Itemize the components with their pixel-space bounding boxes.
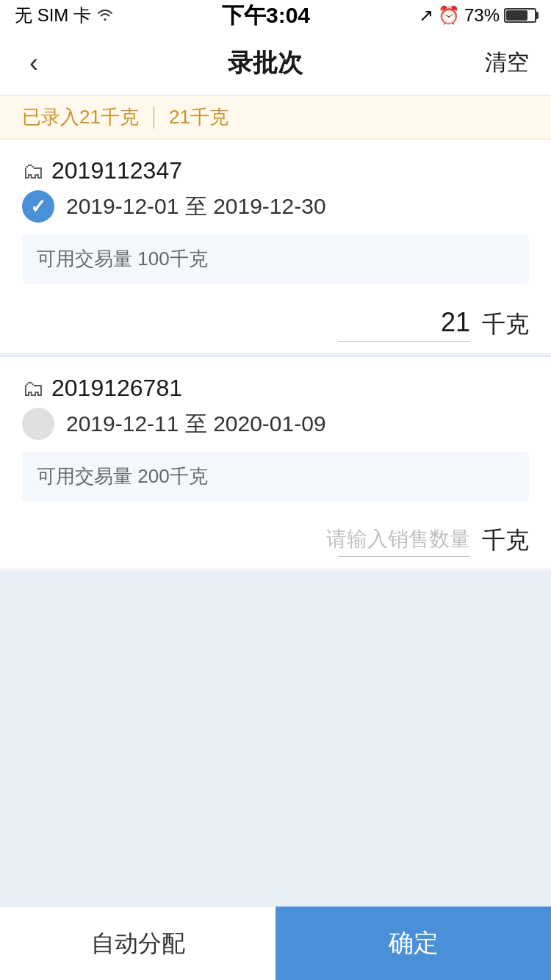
back-button[interactable]: ‹: [22, 40, 46, 86]
batch2-date-row[interactable]: 2019-12-11 至 2020-01-09: [0, 408, 551, 452]
batch2-header: 🗂 2019126781: [0, 357, 551, 408]
wifi-icon: [97, 10, 113, 21]
battery-percent: 73%: [464, 5, 500, 26]
batch1-unit: 千克: [482, 309, 529, 341]
nav-bar: ‹ 录批次 清空: [0, 31, 551, 96]
batch2-date: 2019-12-11 至 2020-01-09: [66, 409, 326, 439]
batch1-available: 可用交易量 100千克: [22, 234, 529, 284]
batch2-placeholder[interactable]: 请输入销售数量: [326, 525, 470, 553]
banner-divider: [154, 107, 154, 129]
empty-area: [0, 571, 551, 951]
batch2-input-row: 请输入销售数量 千克: [0, 513, 551, 569]
recorded-amount: 已录入21千克: [22, 104, 139, 130]
batch1-id: 2019112347: [51, 157, 182, 184]
batch2-radio[interactable]: [22, 408, 54, 440]
batch2-qty-area[interactable]: 请输入销售数量: [326, 525, 470, 557]
batch2-unit: 千克: [482, 525, 529, 557]
batch1-input-row: 21 千克: [0, 295, 551, 354]
batch1-header: 🗂 2019112347: [0, 140, 551, 190]
alarm-icon: ⏰: [438, 5, 460, 26]
batch1-quantity[interactable]: 21: [441, 307, 470, 338]
batch1-underline: [338, 341, 470, 342]
batch1-icon: 🗂: [22, 159, 44, 184]
location-icon: ↗: [419, 5, 433, 26]
clear-button[interactable]: 清空: [485, 48, 529, 78]
battery-icon: [504, 8, 536, 23]
batch2-icon: 🗂: [22, 376, 44, 401]
batch-item-1: 🗂 2019112347 ✓ 2019-12-01 至 2019-12-30 可…: [0, 140, 551, 354]
batch1-qty-area[interactable]: 21: [338, 307, 470, 342]
content-area: 🗂 2019112347 ✓ 2019-12-01 至 2019-12-30 可…: [0, 140, 551, 951]
batch1-available-text: 可用交易量 100千克: [37, 248, 208, 270]
status-left: 无 SIM 卡: [15, 4, 113, 27]
auto-distribute-button[interactable]: 自动分配: [0, 907, 276, 980]
check-icon: ✓: [30, 195, 46, 218]
total-amount: 21千克: [169, 104, 228, 130]
info-banner: 已录入21千克 21千克: [0, 96, 551, 140]
page-title: 录批次: [228, 46, 303, 80]
batch-item-2: 🗂 2019126781 2019-12-11 至 2020-01-09 可用交…: [0, 357, 551, 569]
batch2-underline: [338, 556, 470, 557]
batch2-id: 2019126781: [51, 375, 182, 402]
status-bar: 无 SIM 卡 下午3:04 ↗ ⏰ 73%: [0, 0, 551, 31]
batch2-available: 可用交易量 200千克: [22, 452, 529, 501]
batch1-date-row[interactable]: ✓ 2019-12-01 至 2019-12-30: [0, 190, 551, 234]
batch1-radio[interactable]: ✓: [22, 190, 54, 223]
bottom-bar: 自动分配 确定: [0, 907, 551, 980]
batch1-date: 2019-12-01 至 2019-12-30: [66, 192, 326, 222]
no-sim-text: 无 SIM 卡: [15, 4, 91, 27]
status-time: 下午3:04: [222, 1, 310, 31]
confirm-button[interactable]: 确定: [276, 907, 551, 980]
batch2-available-text: 可用交易量 200千克: [37, 465, 208, 487]
status-right: ↗ ⏰ 73%: [419, 5, 536, 26]
